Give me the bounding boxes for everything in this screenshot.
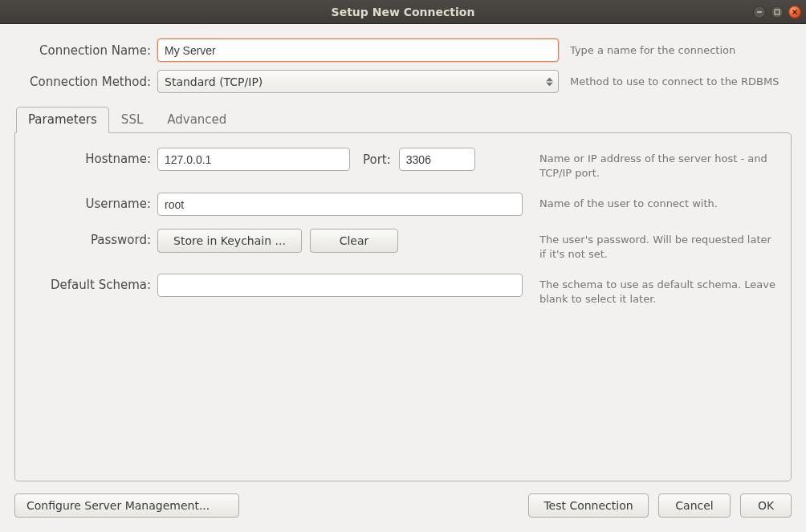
titlebar: Setup New Connection	[0, 0, 806, 24]
svg-marker-5	[546, 82, 553, 86]
maximize-icon[interactable]	[771, 6, 784, 18]
tab-parameters[interactable]: Parameters	[16, 107, 109, 133]
ok-button[interactable]: OK	[740, 493, 792, 518]
port-input[interactable]	[399, 148, 475, 171]
footer: Configure Server Management... Test Conn…	[0, 481, 806, 532]
updown-icon	[546, 77, 553, 86]
connection-name-label: Connection Name:	[14, 43, 151, 58]
cancel-button[interactable]: Cancel	[658, 493, 731, 518]
hostname-label: Hostname:	[26, 148, 151, 166]
connection-method-value: Standard (TCP/IP)	[165, 75, 263, 88]
username-label: Username:	[26, 193, 151, 211]
connection-method-select[interactable]: Standard (TCP/IP)	[157, 70, 559, 93]
username-input[interactable]	[157, 193, 523, 216]
hostname-input[interactable]	[157, 148, 350, 171]
hostname-desc: Name or IP address of the server host - …	[533, 148, 780, 180]
password-desc: The user's password. Will be requested l…	[533, 229, 780, 261]
default-schema-desc: The schema to use as default schema. Lea…	[533, 274, 780, 306]
connection-method-label: Connection Method:	[14, 75, 151, 89]
tab-panel-parameters: Hostname: Port: Name or IP address of th…	[14, 132, 792, 481]
configure-server-management-button[interactable]: Configure Server Management...	[14, 493, 239, 518]
username-desc: Name of the user to connect with.	[533, 193, 780, 211]
tabstrip: Parameters SSL Advanced	[14, 106, 792, 132]
connection-method-hint: Method to use to connect to the RDBMS	[565, 75, 779, 87]
close-icon[interactable]	[788, 6, 801, 18]
tab-ssl[interactable]: SSL	[109, 107, 155, 133]
connection-name-input[interactable]	[157, 39, 559, 62]
tab-advanced[interactable]: Advanced	[155, 107, 238, 133]
password-label: Password:	[26, 229, 151, 247]
connection-name-hint: Type a name for the connection	[565, 44, 735, 56]
port-label: Port:	[363, 152, 391, 167]
store-keychain-button[interactable]: Store in Keychain ...	[157, 229, 302, 253]
default-schema-label: Default Schema:	[26, 274, 151, 292]
default-schema-input[interactable]	[157, 274, 523, 297]
test-connection-button[interactable]: Test Connection	[528, 493, 649, 518]
clear-password-button[interactable]: Clear	[310, 229, 398, 253]
minimize-icon[interactable]	[753, 6, 766, 18]
svg-rect-1	[775, 10, 780, 14]
svg-marker-4	[546, 77, 553, 81]
window-title: Setup New Connection	[0, 6, 806, 18]
